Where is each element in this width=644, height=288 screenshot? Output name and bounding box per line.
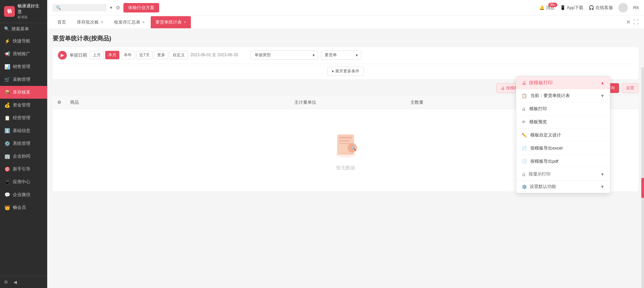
svg-rect-4	[339, 143, 351, 144]
filter-date-group: 上月 本月 本年 近7天 更多 自定义	[90, 51, 188, 59]
tab-home[interactable]: 首页	[53, 16, 71, 28]
tab-requisition-close-icon[interactable]: ×	[184, 20, 186, 25]
current-template-chevron-icon: ▼	[600, 93, 605, 98]
tab-receivable-close-icon[interactable]: ×	[142, 20, 145, 25]
sidebar-item-marketing[interactable]: 📢 营销推广	[0, 47, 47, 60]
app-download-label: App下载	[567, 5, 583, 11]
right-scrollbar[interactable]	[641, 67, 644, 288]
notification-icon: 🔔	[539, 5, 545, 10]
template-print-label: 模板打印	[529, 106, 547, 112]
filter-date-7days[interactable]: 近7天	[136, 51, 153, 59]
default-func-chevron-icon: ▼	[600, 184, 605, 189]
sidebar-item-enterprise[interactable]: 🏢 企业协同	[0, 150, 47, 163]
search-menu[interactable]: 🔍 搜索菜单	[0, 23, 47, 35]
tab-batch-accounts[interactable]: 库存批次账 ×	[72, 16, 108, 28]
default-func-item[interactable]: ⚙️ 设置默认功能 ▼	[516, 181, 610, 193]
settings-icon[interactable]: ⚙	[4, 280, 8, 285]
settings-label: 设置	[626, 85, 634, 91]
quick-nav-icon: ⚡	[4, 38, 10, 44]
member-label: 畅会员	[13, 204, 26, 211]
sidebar-item-appcenter[interactable]: 📱 应用中心	[0, 175, 47, 188]
sidebar-item-finance[interactable]: 💰 资金管理	[0, 99, 47, 111]
sidebar-item-basic[interactable]: ℹ️ 基础信息	[0, 124, 47, 137]
template-export-pdf-icon: 📄	[522, 159, 527, 164]
sidebar-item-quick-nav[interactable]: ⚡ 快捷导航	[0, 35, 47, 47]
filter-date-more[interactable]: 更多	[154, 51, 168, 59]
display-print-label: 按显示打印	[529, 171, 551, 177]
print-dropdown: 🖨 按模板打印 ▲ 📋 当前：要货单统计表 ▼ 🖨 模板打印 👁 模板预览	[516, 76, 610, 193]
default-func-left: ⚙️ 设置默认功能	[522, 184, 556, 190]
operations-icon: 📋	[4, 115, 10, 121]
sidebar-item-inventory[interactable]: 📦 库存核算	[0, 86, 47, 99]
topbar-right: 🔔 消息 99+ 📱 App下载 🎧 在线客服 Rit	[539, 3, 639, 12]
sidebar-item-system[interactable]: ⚙️ 系统管理	[0, 137, 47, 150]
template-print-item[interactable]: 🖨 模板打印	[516, 102, 610, 116]
template-preview-item[interactable]: 👁 模板预览	[516, 116, 610, 129]
current-template-left: 📋 当前：要货单统计表	[522, 93, 570, 99]
settings-btn[interactable]: 设置	[622, 83, 639, 93]
sidebar-item-operations[interactable]: 📋 经营管理	[0, 111, 47, 124]
template-export-pdf-item[interactable]: 📄 按模板导出pdf	[516, 155, 610, 168]
system-label: 系统管理	[13, 140, 30, 147]
sidebar-item-sales[interactable]: 📊 销售管理	[0, 60, 47, 73]
filter-expand-more-btn[interactable]: ▾ 展开更多条件	[327, 67, 364, 76]
online-support-btn[interactable]: 🎧 在线客服	[589, 5, 613, 11]
filter-date-label: 单据日期	[69, 52, 87, 58]
basic-label: 基础信息	[13, 128, 30, 134]
filter-expand-btn[interactable]: ▶	[58, 51, 67, 60]
print-dropdown-header[interactable]: 🖨 按模板打印 ▲	[516, 76, 610, 89]
notifications-btn[interactable]: 🔔 消息 99+	[539, 5, 555, 11]
close-window-icon[interactable]: ✕	[626, 19, 631, 25]
topbar-gear-icon[interactable]: ⚙	[116, 5, 120, 11]
trial-btn[interactable]: 体验行业方案	[123, 3, 159, 12]
template-design-item[interactable]: ✏️ 模板自定义设计	[516, 129, 610, 142]
template-export-excel-label: 按模板导出excel	[530, 145, 562, 151]
template-export-excel-item[interactable]: 📄 按模板导出excel	[516, 142, 610, 155]
tabs-bar: 首页 库存批次账 × 收发存汇总表 × 要货单统计表 × ✕ ⛶	[47, 15, 644, 29]
print-dropdown-icon: 🖨	[522, 80, 526, 86]
sales-label: 销售管理	[13, 64, 30, 70]
template-export-pdf-label: 按模板导出pdf	[530, 158, 558, 164]
sidebar-nav: ⚡ 快捷导航 📢 营销推广 📊 销售管理 🛒 采购管理 📦 库存核算 💰 资金管…	[0, 35, 47, 276]
filter-type-select[interactable]: 单据类型 ▾	[251, 51, 318, 60]
filter-date-custom[interactable]: 自定义	[170, 51, 188, 59]
filter-date-this-month[interactable]: 本月	[105, 51, 119, 59]
sidebar-item-newguide[interactable]: 🎯 新手引导	[0, 163, 47, 175]
filter-category-select[interactable]: 要货单 ▾	[321, 51, 361, 60]
inventory-label: 库存核算	[13, 89, 30, 95]
tab-requisition-stats[interactable]: 要货单统计表 ×	[151, 16, 191, 28]
print-dropdown-title: 按模板打印	[529, 80, 553, 86]
filter-bar: ▶ 单据日期 上月 本月 本年 近7天 更多 自定义 2023-06-01 至 …	[53, 47, 639, 79]
operations-label: 经营管理	[13, 115, 30, 121]
svg-rect-3	[339, 140, 349, 141]
username-label: Rit	[633, 5, 639, 10]
current-template-item[interactable]: 📋 当前：要货单统计表 ▼	[516, 89, 610, 102]
filter-date-this-year[interactable]: 本年	[121, 51, 135, 59]
user-avatar[interactable]	[618, 3, 628, 12]
sidebar-item-weixin[interactable]: 💬 企业微信	[0, 188, 47, 201]
sidebar-item-member[interactable]: 👑 畅会员	[0, 201, 47, 214]
appcenter-label: 应用中心	[13, 179, 30, 185]
display-print-item[interactable]: 🖨 按显示打印 ▼	[516, 168, 610, 181]
tab-batch-accounts-close-icon[interactable]: ×	[101, 20, 103, 25]
topbar-dropdown[interactable]: ▾	[110, 5, 112, 10]
app-download-icon: 📱	[560, 5, 565, 10]
purchase-icon: 🛒	[4, 76, 10, 83]
default-func-icon: ⚙️	[522, 184, 527, 189]
topbar-search-icon: 🔍	[56, 5, 61, 10]
window-controls: ✕ ⛶	[626, 19, 639, 25]
scrollbar-thumb	[641, 178, 644, 198]
app-download-btn[interactable]: 📱 App下载	[560, 5, 583, 11]
page-content: 要货单统计表(按商品) ▶ 单据日期 上月 本月 本年 近7天 更多 自定义 2…	[47, 29, 644, 288]
maximize-window-icon[interactable]: ⛶	[633, 19, 639, 25]
col-settings[interactable]: ⚙	[53, 97, 66, 107]
page-title: 要货单统计表(按商品)	[53, 34, 639, 42]
collapse-icon[interactable]: ◀	[13, 280, 17, 285]
current-template-icon: 📋	[522, 93, 527, 98]
tab-requisition-stats-label: 要货单统计表	[155, 19, 182, 25]
sidebar-item-purchase[interactable]: 🛒 采购管理	[0, 73, 47, 86]
filter-date-last-month[interactable]: 上月	[90, 51, 104, 59]
tab-receivable-summary[interactable]: 收发存汇总表 ×	[109, 16, 149, 28]
template-design-icon: ✏️	[522, 133, 527, 138]
topbar-search[interactable]: 🔍	[53, 4, 107, 11]
